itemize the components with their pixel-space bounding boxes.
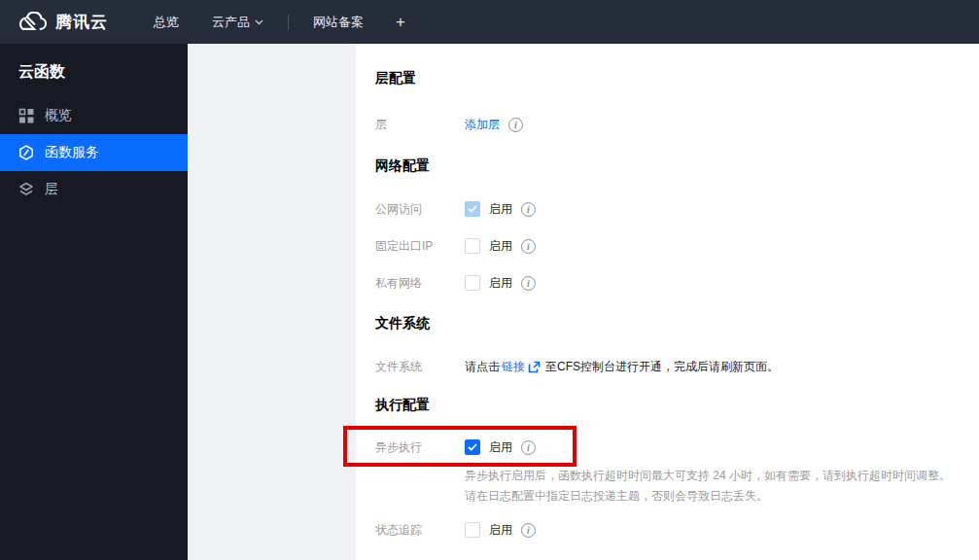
async-execution-help-text: 异步执行启用后，函数执行超时时间最大可支持 24 小时，如有需要，请到执行超时时… bbox=[465, 466, 975, 507]
sidebar-item-label: 概览 bbox=[45, 107, 72, 124]
add-layer-link[interactable]: 添加层 bbox=[465, 117, 500, 133]
row-label-file-system: 文件系统 bbox=[375, 359, 465, 375]
enable-label: 启用 bbox=[489, 275, 512, 292]
nav-add-label: + bbox=[396, 13, 405, 32]
fixed-ip-row: 固定出口IP 启用 i bbox=[375, 235, 536, 257]
nav-cloud-products[interactable]: 云产品 bbox=[195, 0, 280, 44]
fixed-ip-checkbox[interactable] bbox=[465, 238, 480, 254]
tencent-cloud-console: { "topbar": { "brand": "腾讯云", "nav": [ {… bbox=[0, 0, 979, 560]
sidebar-item-function-service[interactable]: 函数服务 bbox=[0, 134, 188, 171]
external-link-icon[interactable] bbox=[528, 361, 541, 373]
enable-label: 启用 bbox=[489, 522, 512, 539]
nav-cloud-products-label: 云产品 bbox=[212, 14, 250, 31]
section-heading-execution-config: 执行配置 bbox=[375, 397, 430, 414]
info-icon[interactable]: i bbox=[521, 276, 536, 291]
grid-icon bbox=[18, 108, 34, 123]
cfs-link[interactable]: 链接 bbox=[502, 359, 525, 375]
nav-website-icp-label: 网站备案 bbox=[313, 14, 364, 31]
info-icon[interactable]: i bbox=[521, 239, 536, 254]
cloud-logo-icon bbox=[17, 12, 48, 33]
async-execution-row: 异步执行 启用 i bbox=[375, 437, 536, 458]
nav-overview-label: 总览 bbox=[154, 14, 179, 31]
status-trace-row: 状态追踪 启用 i bbox=[375, 519, 536, 541]
check-icon bbox=[468, 443, 477, 451]
status-trace-checkbox[interactable] bbox=[465, 522, 480, 538]
file-system-row: 文件系统 请点击链接至CFS控制台进行开通，完成后请刷新页面。 bbox=[375, 356, 779, 377]
sidebar-menu: 概览 函数服务 层 bbox=[0, 97, 188, 208]
sidebar-item-overview[interactable]: 概览 bbox=[0, 97, 188, 134]
info-icon[interactable]: i bbox=[521, 202, 536, 217]
function-hexagon-icon bbox=[18, 145, 34, 160]
nav-divider bbox=[288, 15, 289, 30]
enable-label: 启用 bbox=[489, 439, 512, 456]
topbar: 腾讯云 总览 云产品 网站备案 + bbox=[0, 0, 979, 44]
public-network-row: 公网访问 启用 i bbox=[375, 198, 536, 220]
row-label-public-network: 公网访问 bbox=[375, 201, 465, 218]
row-label-layer: 层 bbox=[375, 117, 465, 133]
section-heading-network-config: 网络配置 bbox=[375, 158, 430, 175]
file-system-text-before: 请点击 bbox=[465, 359, 500, 375]
sidebar-title: 云函数 bbox=[0, 44, 188, 84]
tencent-cloud-logo[interactable]: 腾讯云 bbox=[0, 11, 137, 33]
section-heading-file-system: 文件系统 bbox=[375, 315, 430, 332]
info-icon[interactable]: i bbox=[521, 523, 536, 538]
info-icon[interactable]: i bbox=[508, 118, 523, 132]
nav-website-icp[interactable]: 网站备案 bbox=[297, 0, 380, 44]
layers-icon bbox=[18, 182, 34, 197]
async-execution-checkbox[interactable] bbox=[465, 439, 480, 455]
public-network-checkbox bbox=[465, 201, 480, 217]
row-label-fixed-ip: 固定出口IP bbox=[375, 238, 465, 255]
sidebar-item-label: 函数服务 bbox=[45, 144, 99, 161]
row-label-async-execution: 异步执行 bbox=[375, 439, 465, 456]
function-config-panel: 层配置 层 添加层 i 网络配置 公网访问 启用 i 固定出口IP 启用 i bbox=[356, 44, 979, 560]
info-icon[interactable]: i bbox=[521, 440, 536, 455]
enable-label: 启用 bbox=[489, 238, 512, 255]
nav-add-button[interactable]: + bbox=[380, 0, 421, 44]
row-label-vpc: 私有网络 bbox=[375, 275, 465, 292]
chevron-down-icon bbox=[255, 19, 263, 25]
nav-overview[interactable]: 总览 bbox=[137, 0, 195, 44]
sidebar-item-label: 层 bbox=[45, 181, 58, 198]
section-heading-layer-config: 层配置 bbox=[375, 70, 416, 88]
sidebar: 云函数 概览 函数服务 bbox=[0, 44, 188, 560]
file-system-text-after: 至CFS控制台进行开通，完成后请刷新页面。 bbox=[545, 359, 779, 375]
brand-name: 腾讯云 bbox=[55, 11, 108, 33]
check-icon bbox=[468, 205, 477, 213]
row-label-status-trace: 状态追踪 bbox=[375, 522, 465, 539]
help-line-1: 异步执行启用后，函数执行超时时间最大可支持 24 小时，如有需要，请到执行超时时… bbox=[465, 466, 975, 486]
secondary-panel bbox=[188, 44, 356, 560]
help-line-2: 请在日志配置中指定日志投递主题，否则会导致日志丢失。 bbox=[465, 486, 975, 507]
sidebar-item-layers[interactable]: 层 bbox=[0, 171, 188, 208]
vpc-checkbox[interactable] bbox=[465, 275, 480, 291]
top-navigation: 总览 云产品 网站备案 + bbox=[137, 0, 421, 44]
vpc-row: 私有网络 启用 i bbox=[375, 272, 536, 294]
layer-row: 层 添加层 i bbox=[375, 114, 523, 135]
enable-label: 启用 bbox=[489, 201, 512, 218]
